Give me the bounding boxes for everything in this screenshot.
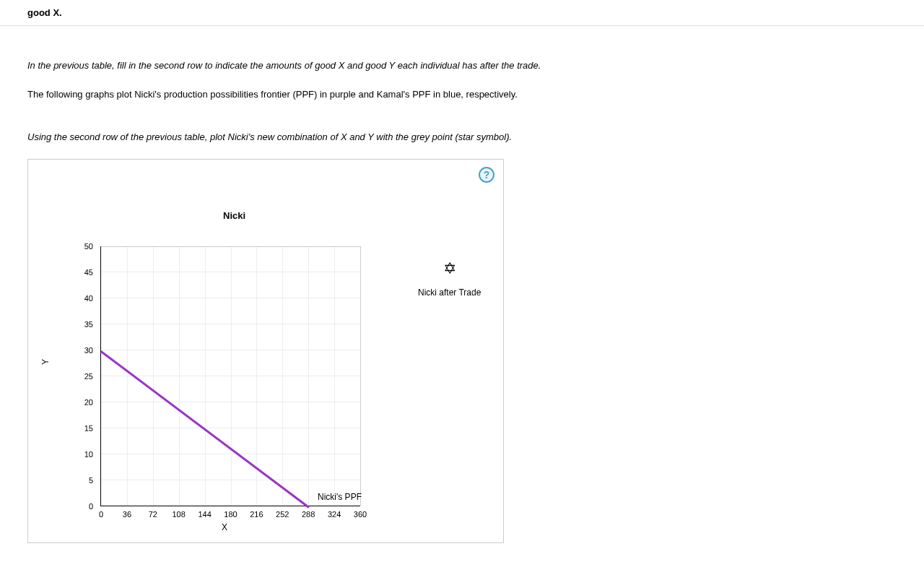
instruction-fill-row: In the previous table, fill in the secon… xyxy=(27,59,924,73)
y-tick: 35 xyxy=(71,321,93,328)
y-axis-label: Y xyxy=(40,358,51,364)
x-tick: 252 xyxy=(271,510,293,519)
nicki-ppf-label: Nicki's PPF xyxy=(318,492,362,502)
x-tick: 216 xyxy=(245,510,267,519)
x-tick: 36 xyxy=(116,510,138,519)
help-button[interactable]: ? xyxy=(479,167,494,183)
x-tick: 144 xyxy=(194,510,216,519)
legend-nicki-after-trade: ✡ Nicki after Trade xyxy=(418,261,481,298)
x-tick: 360 xyxy=(349,510,371,519)
x-tick: 0 xyxy=(90,510,112,519)
y-tick: 45 xyxy=(71,269,93,276)
legend-label: Nicki after Trade xyxy=(418,287,481,298)
prior-text-fragment: good X. xyxy=(0,0,924,26)
x-tick: 324 xyxy=(323,510,345,519)
chart-title: Nicki xyxy=(223,210,245,221)
y-tick: 5 xyxy=(71,477,93,484)
y-tick: 25 xyxy=(71,373,93,380)
y-tick: 30 xyxy=(71,347,93,354)
y-tick: 0 xyxy=(71,503,93,510)
y-tick: 10 xyxy=(71,451,93,458)
graph-panel: ? Nicki Y xyxy=(27,159,504,543)
x-tick: 180 xyxy=(220,510,242,519)
y-tick: 40 xyxy=(71,295,93,302)
x-axis-label: X xyxy=(222,522,227,532)
x-tick: 108 xyxy=(168,510,190,519)
chart-nicki[interactable]: Nicki Y 50 xyxy=(35,189,496,535)
ppf-intro-text: The following graphs plot Nicki's produc… xyxy=(27,87,924,102)
y-tick: 15 xyxy=(71,425,93,432)
y-tick: 20 xyxy=(71,399,93,406)
y-tick: 50 xyxy=(71,243,93,250)
star-icon[interactable]: ✡ xyxy=(418,261,481,277)
instruction-plot-point: Using the second row of the previous tab… xyxy=(27,130,924,144)
x-tick: 288 xyxy=(297,510,319,519)
x-tick: 72 xyxy=(142,510,164,519)
plot-area[interactable]: 50 45 40 35 30 25 20 15 10 5 0 0 36 72 1… xyxy=(100,246,360,506)
